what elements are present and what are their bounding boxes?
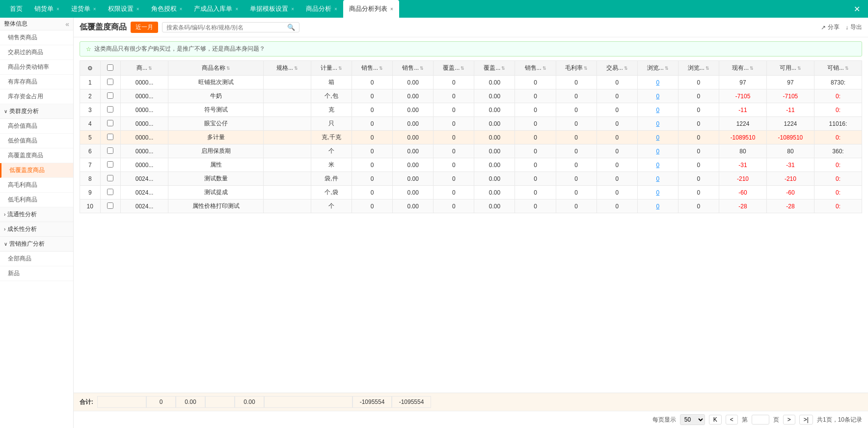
nav-close-permission[interactable]: ×	[136, 6, 139, 12]
cell-checkbox[interactable]	[100, 117, 121, 131]
search-icon[interactable]: 🔍	[287, 24, 295, 31]
nav-sales-order[interactable]: 销货单 ×	[28, 0, 65, 18]
browse-link[interactable]: 0	[656, 203, 660, 210]
cell-browse1[interactable]: 0	[637, 103, 678, 117]
browse-link[interactable]: 0	[656, 189, 660, 196]
cell-checkbox[interactable]	[100, 186, 121, 200]
page-number-input[interactable]: 1	[752, 415, 769, 425]
sidebar-collapse-button[interactable]: «	[65, 20, 69, 28]
cell-checkbox[interactable]	[100, 131, 121, 144]
nav-close-warehouse[interactable]: ×	[235, 6, 238, 12]
cell-browse1[interactable]: 0	[637, 200, 678, 213]
sidebar-section-growth[interactable]: › 成长性分析	[0, 222, 73, 237]
cell-browse1[interactable]: 0	[637, 144, 678, 158]
select-all-checkbox[interactable]	[107, 64, 113, 71]
browse-link[interactable]: 0	[656, 148, 660, 155]
sidebar-item-low-value[interactable]: 低价值商品	[0, 134, 73, 148]
row-checkbox[interactable]	[107, 161, 113, 168]
nav-product-warehouse[interactable]: 产成品入库单 ×	[188, 0, 244, 18]
first-page-button[interactable]: K	[709, 415, 722, 425]
col-browse1[interactable]: 浏览...⇅	[637, 61, 678, 76]
col-name[interactable]: 商品名称⇅	[168, 61, 264, 76]
page-size-select[interactable]: 50 100 200	[680, 414, 705, 425]
sidebar-item-capital-occupy[interactable]: 库存资金占用	[0, 89, 73, 104]
col-unit[interactable]: 计量...⇅	[311, 61, 352, 76]
col-gross-rate[interactable]: 毛利率⇅	[556, 61, 597, 76]
col-available[interactable]: 可用...⇅	[766, 61, 814, 76]
nav-role-auth[interactable]: 角色授权 ×	[145, 0, 189, 18]
prev-page-button[interactable]: <	[726, 415, 738, 425]
sidebar-section-marketing[interactable]: ∨ 营销推广分析	[0, 237, 73, 252]
export-button[interactable]: ↓ 导出	[845, 23, 862, 31]
nav-goods-analysis[interactable]: 商品分析 ×	[300, 0, 343, 18]
col-cover2[interactable]: 覆盖...⇅	[474, 61, 515, 76]
sidebar-item-in-stock[interactable]: 有库存商品	[0, 75, 73, 89]
nav-purchase-order[interactable]: 进货单 ×	[65, 0, 102, 18]
sidebar-section-circulation[interactable]: › 流通性分析	[0, 207, 73, 222]
row-checkbox[interactable]	[107, 79, 113, 85]
last-page-button[interactable]: >|	[799, 415, 813, 425]
cell-browse1[interactable]: 0	[637, 158, 678, 172]
cell-browse1[interactable]: 0	[637, 76, 678, 89]
nav-close-purchase[interactable]: ×	[93, 6, 96, 12]
sidebar-item-high-coverage[interactable]: 高覆盖度商品	[0, 148, 73, 163]
sidebar-item-traded-goods[interactable]: 交易过的商品	[0, 45, 73, 60]
cell-browse1[interactable]: 0	[637, 172, 678, 186]
row-checkbox[interactable]	[107, 92, 113, 99]
col-code[interactable]: 商...⇅	[121, 61, 168, 76]
cell-browse1[interactable]: 0	[637, 89, 678, 103]
cell-checkbox[interactable]	[100, 200, 121, 213]
cell-browse1[interactable]: 0	[637, 186, 678, 200]
sidebar-section-group-analysis[interactable]: ∨ 类群度分析	[0, 104, 73, 119]
row-checkbox[interactable]	[107, 120, 113, 126]
sidebar-item-low-coverage[interactable]: 低覆盖度商品	[0, 163, 73, 178]
next-page-button[interactable]: >	[783, 415, 795, 425]
cell-checkbox[interactable]	[100, 76, 121, 89]
search-input[interactable]	[166, 24, 287, 31]
nav-home[interactable]: 首页	[4, 0, 28, 18]
cell-checkbox[interactable]	[100, 172, 121, 186]
browse-link[interactable]: 0	[656, 79, 660, 86]
sidebar-item-all-goods[interactable]: 全部商品	[0, 252, 73, 266]
sidebar-item-low-gross[interactable]: 低毛利商品	[0, 193, 73, 207]
sidebar-item-category-rate[interactable]: 商品分类动销率	[0, 60, 73, 75]
cell-browse1[interactable]: 0	[637, 117, 678, 131]
row-checkbox[interactable]	[107, 175, 113, 181]
sidebar-item-new-goods[interactable]: 新品	[0, 266, 73, 281]
col-cover1[interactable]: 覆盖...⇅	[434, 61, 474, 76]
col-settings[interactable]: ⚙	[80, 61, 101, 76]
col-trade[interactable]: 交易...⇅	[597, 61, 637, 76]
cell-checkbox[interactable]	[100, 144, 121, 158]
nav-permission-settings[interactable]: 权限设置 ×	[102, 0, 145, 18]
nav-close-template[interactable]: ×	[291, 6, 294, 12]
col-sales2[interactable]: 销售...⇅	[515, 61, 556, 76]
cell-checkbox[interactable]	[100, 89, 121, 103]
sidebar-item-high-gross[interactable]: 高毛利商品	[0, 178, 73, 193]
row-checkbox[interactable]	[107, 202, 113, 209]
cell-browse1[interactable]: 0	[637, 131, 678, 144]
window-close-button[interactable]: ✕	[850, 4, 864, 14]
cell-checkbox[interactable]	[100, 103, 121, 117]
browse-link[interactable]: 0	[656, 107, 660, 114]
browse-link[interactable]: 0	[656, 175, 660, 182]
nav-close-analysis[interactable]: ×	[334, 6, 337, 12]
period-button[interactable]: 近一月	[131, 22, 158, 33]
nav-goods-analysis-list[interactable]: 商品分析列表 ×	[343, 0, 399, 18]
row-checkbox[interactable]	[107, 189, 113, 195]
table-container[interactable]: ⚙ 商...⇅ 商品名称⇅ 规格...⇅	[74, 60, 868, 393]
row-checkbox[interactable]	[107, 106, 113, 113]
col-sales-amt[interactable]: 销售...⇅	[393, 61, 434, 76]
col-sellable[interactable]: 可销...⇅	[814, 61, 862, 76]
row-checkbox[interactable]	[107, 147, 113, 154]
nav-template-settings[interactable]: 单据模板设置 ×	[244, 0, 300, 18]
col-sales-qty[interactable]: 销售...⇅	[352, 61, 393, 76]
share-button[interactable]: ↗ 分享	[821, 23, 840, 31]
nav-close-role[interactable]: ×	[180, 6, 183, 12]
browse-link[interactable]: 0	[656, 134, 660, 141]
settings-icon[interactable]: ⚙	[87, 65, 93, 72]
sidebar-item-sales-goods[interactable]: 销售类商品	[0, 30, 73, 45]
cell-checkbox[interactable]	[100, 158, 121, 172]
nav-close-analysis-list[interactable]: ×	[390, 6, 393, 12]
browse-link[interactable]: 0	[656, 93, 660, 100]
col-current[interactable]: 现有...⇅	[719, 61, 767, 76]
